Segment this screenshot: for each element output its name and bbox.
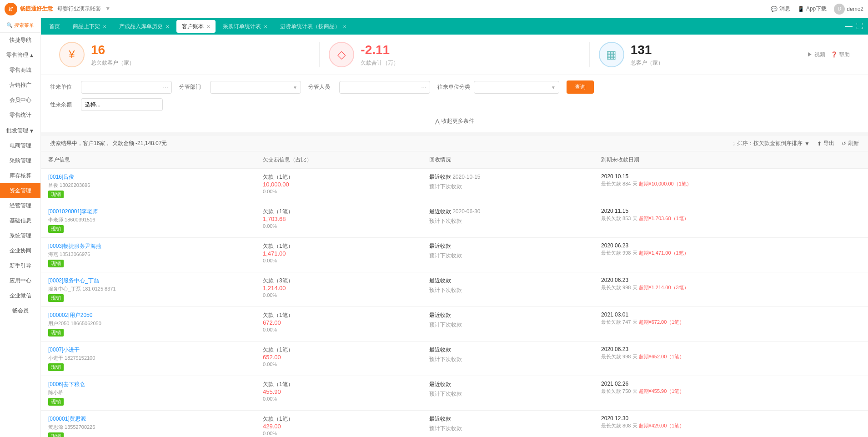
- overdue-amount-4[interactable]: 超期¥672.00（1笔）: [639, 319, 685, 325]
- sidebar-item-newbie[interactable]: 新手引导: [0, 258, 40, 273]
- sidebar-item-finance[interactable]: 资金管理: [0, 183, 40, 198]
- sidebar-item-inventory[interactable]: 库存核算: [0, 168, 40, 183]
- tab-close-customer-account[interactable]: ✕: [206, 24, 210, 29]
- sidebar-item-member[interactable]: 会员中心: [0, 93, 40, 108]
- cell-recovery-4: 最近收款 预计下次收款: [422, 307, 594, 342]
- tab-close-purchase-order[interactable]: ✕: [264, 24, 267, 29]
- card-body-1: 16 总欠款客户（家）: [91, 43, 135, 67]
- cell-debt-5: 欠款（1笔） 652.00 0.00%: [256, 342, 422, 376]
- overdue-amount-1[interactable]: 超期¥1,703.68（1笔）: [639, 216, 689, 221]
- tab-purchase-stat[interactable]: 进货单统计表（按商品） ✕: [275, 20, 352, 33]
- customer-name-4[interactable]: [000002]用户2050: [48, 312, 92, 318]
- unit-category-arrow-icon[interactable]: ▼: [551, 85, 556, 90]
- unit-category-input[interactable]: [474, 81, 559, 94]
- overdue-amount-5[interactable]: 超期¥652.00（1笔）: [639, 354, 685, 359]
- sidebar-item-wholesale[interactable]: 批发管理 ▼: [0, 123, 40, 138]
- sidebar-item-purchase[interactable]: 采购管理: [0, 153, 40, 168]
- app-download-btn[interactable]: 📱 App下载: [798, 5, 827, 13]
- customer-tag-5: 现销: [48, 363, 64, 371]
- overdue-amount-0[interactable]: 超期¥10,000.00（1笔）: [639, 181, 692, 186]
- video-btn[interactable]: ▶ 视频: [807, 51, 825, 59]
- debt-ratio-2: 0.00%: [263, 258, 415, 263]
- cell-debt-7: 欠款（1笔） 429.00 0.00%: [256, 411, 422, 437]
- customer-name-3[interactable]: [0002]服务中心_丁磊: [48, 277, 99, 284]
- next-payment-2: 预计下次收款: [429, 252, 587, 260]
- refresh-btn[interactable]: ↺ 刷新: [842, 140, 859, 147]
- tab-customer-account[interactable]: 客户账本 ✕: [176, 20, 216, 33]
- sidebar-item-basic[interactable]: 基础信息: [0, 213, 40, 228]
- cell-customer-5: [0007]小进干 小进干 18279152100 现销: [41, 342, 256, 376]
- sidebar-item-wechat[interactable]: 企业微信: [0, 288, 40, 303]
- tab-close-production-history[interactable]: ✕: [166, 24, 169, 29]
- data-table: 客户信息 欠交易信息（占比） 回收情况 到期未收款日期 [0016]吕俊 吕俊 …: [41, 151, 868, 437]
- cell-debt-4: 欠款（1笔） 672.00 0.00%: [256, 307, 422, 342]
- tab-purchase-order[interactable]: 采购订单统计表 ✕: [217, 20, 273, 33]
- sidebar-item-ecommerce[interactable]: 电商管理: [0, 138, 40, 153]
- cell-recovery-5: 最近收款 预计下次收款: [422, 342, 594, 376]
- message-btn[interactable]: 💬 消息: [771, 5, 790, 13]
- overdue-amount-7[interactable]: 超期¥429.00（1笔）: [639, 423, 685, 428]
- help-btn[interactable]: ❓ 帮助: [831, 51, 850, 59]
- collapse-btn[interactable]: ⋀ 收起更多条件: [50, 116, 859, 127]
- dept-arrow-icon[interactable]: ▼: [293, 85, 297, 90]
- person-dots-icon[interactable]: ···: [421, 84, 426, 91]
- tab-home[interactable]: 首页: [44, 20, 65, 33]
- next-payment-4: 预计下次收款: [429, 321, 587, 329]
- sidebar-item-retail-store[interactable]: 零售商城: [0, 63, 40, 78]
- customer-name-0[interactable]: [0016]吕俊: [48, 174, 74, 180]
- overdue-amount-2[interactable]: 超期¥1,471.00（1笔）: [639, 250, 689, 256]
- sidebar-item-retail-mgmt[interactable]: 零售管理 ▲: [0, 48, 40, 63]
- source-unit-input[interactable]: [81, 81, 172, 94]
- customer-name-2[interactable]: [0003]畅捷服务尹海燕: [48, 243, 101, 249]
- last-payment-label-5: 最近收款: [429, 347, 451, 353]
- cell-customer-3: [0002]服务中心_丁磊 服务中心_丁磊 181 0125 8371 现销: [41, 272, 256, 307]
- tab-close-purchase-stat[interactable]: ✕: [343, 24, 346, 29]
- debt-amount-2: 1,471.00: [263, 250, 415, 257]
- video-icon: ▶: [807, 51, 813, 58]
- user-avatar[interactable]: D demo2: [834, 4, 863, 15]
- overdue-amount-6[interactable]: 超期¥455.90（1笔）: [639, 388, 685, 394]
- filter-unit-category: 往来单位分类 ▼: [437, 81, 559, 94]
- export-btn[interactable]: ⬆ 导出: [817, 140, 834, 147]
- search-button[interactable]: 查询: [567, 80, 594, 94]
- customer-name-1[interactable]: [0001020001]李老师: [48, 208, 98, 215]
- tab-maximize-btn[interactable]: ⛶: [856, 22, 863, 30]
- next-payment-1: 预计下次收款: [429, 217, 587, 225]
- customer-name-7[interactable]: [000001]黄思源: [48, 416, 86, 422]
- overdue-amount-3[interactable]: 超期¥1,214.00（3笔）: [639, 285, 689, 290]
- dept-input[interactable]: [210, 81, 301, 94]
- tab-product-offshelf[interactable]: 商品上下架 ✕: [67, 20, 112, 33]
- due-date-5: 2020.06.23: [601, 346, 861, 352]
- overdue-days-1: 最长欠款 853 天 超期¥1,703.68（1笔）: [601, 215, 861, 222]
- table-row: [0001020001]李老师 李老师 18600391516 现销 欠款（1笔…: [41, 203, 868, 238]
- cell-customer-7: [000001]黄思源 黄思源 13552700226 现销: [41, 411, 256, 437]
- sidebar-item-retail-stat[interactable]: 零售统计: [0, 108, 40, 123]
- tab-close-product-offshelf[interactable]: ✕: [103, 24, 106, 29]
- last-payment-label-2: 最近收款: [429, 243, 451, 249]
- table-row: [0003]畅捷服务尹海燕 海燕 18513066976 现销 欠款（1笔） 1…: [41, 238, 868, 272]
- tab-production-history[interactable]: 产成品入库单历史 ✕: [114, 20, 175, 33]
- source-unit-dots-icon[interactable]: ···: [163, 84, 168, 91]
- card-icon-3: ▦: [599, 42, 624, 67]
- tabs-right-controls: — ⛶: [845, 22, 866, 30]
- customer-name-6[interactable]: [0006]去下粮仓: [48, 381, 85, 387]
- sidebar-item-system[interactable]: 系统管理: [0, 228, 40, 243]
- person-input[interactable]: [339, 81, 430, 94]
- col-due-date: 到期未收款日期: [594, 151, 868, 169]
- customer-name-5[interactable]: [0007]小进干: [48, 347, 80, 353]
- sidebar-search[interactable]: 🔍 搜索菜单: [0, 18, 40, 33]
- overdue-days-5: 最长欠款 998 天 超期¥652.00（1笔）: [601, 353, 861, 360]
- sidebar-item-operation[interactable]: 经营管理: [0, 198, 40, 213]
- sidebar-item-enterprise[interactable]: 企业协同: [0, 243, 40, 258]
- sidebar-item-quick-nav[interactable]: 快捷导航: [0, 33, 40, 48]
- sidebar-item-marketing[interactable]: 营销推广: [0, 78, 40, 93]
- customer-sub-1: 李老师 18600391516: [48, 216, 248, 223]
- sidebar-item-member2[interactable]: 畅会员: [0, 303, 40, 318]
- balance-select[interactable]: 选择...: [81, 98, 163, 111]
- card-value-3: 131: [631, 43, 663, 57]
- sidebar-item-apps[interactable]: 应用中心: [0, 273, 40, 288]
- sort-control[interactable]: ↕ 排序：按欠款金额倒序排序 ▼: [733, 140, 810, 147]
- tab-minimize-btn[interactable]: —: [845, 22, 853, 30]
- summary-cards: ¥ 16 总欠款客户（家） ◇ -2.11 欠款合计（万）: [41, 35, 868, 75]
- filter-person-wrap: ···: [339, 81, 430, 94]
